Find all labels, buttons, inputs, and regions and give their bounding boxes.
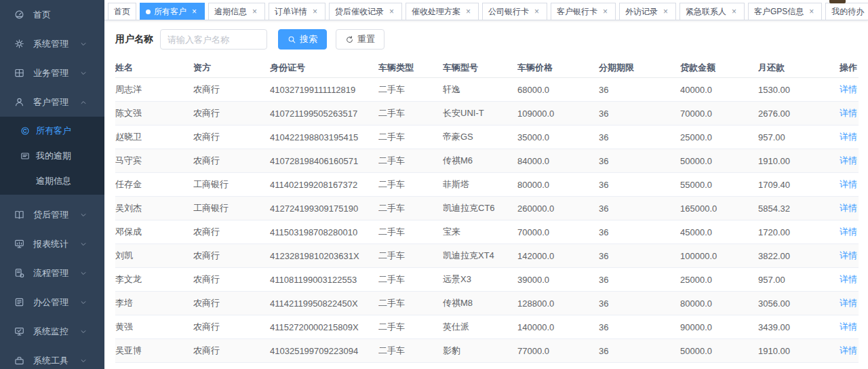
detail-link[interactable]: 详情 [840,132,857,142]
cell-installment-term: 36 [599,180,680,190]
cell-funder: 工商银行 [193,202,270,214]
customer-name-input[interactable] [160,29,267,50]
cell-vehicle-model: 凯迪拉克CT6 [443,202,517,214]
cell-name: 马守宾 [115,155,193,167]
sidebar-item-my-overdue[interactable]: 我的逾期 [0,143,104,168]
tab-overdue-info[interactable]: 逾期信息 × [208,3,265,20]
sidebar-item-label: 报表统计 [33,238,68,250]
detail-link[interactable]: 详情 [840,227,857,237]
book-icon [14,210,24,220]
tab-label: 贷后催收记录 [335,6,384,18]
cell-monthly-payment: 3822.00 [758,251,840,261]
sidebar-item-system-tools[interactable]: 系统工具 [0,346,104,369]
detail-link[interactable]: 详情 [840,155,857,166]
tab-my-todo[interactable]: 我的待办 × [825,3,868,20]
cell-id-number: 410721199505263517 [270,109,378,119]
close-icon[interactable]: × [190,7,199,16]
detail-link[interactable]: 详情 [840,345,857,355]
search-button[interactable]: 搜索 [278,29,327,50]
cell-vehicle-type: 二手车 [378,83,443,96]
table-row: 邓保成 农商行 411503198708280010 二手车 宝来 70000.… [115,220,859,244]
chevron-down-icon [79,211,87,219]
close-icon[interactable]: × [387,7,396,16]
tab-customer-bank-card[interactable]: 客户银行卡 × [551,3,616,20]
close-icon[interactable]: × [730,7,738,16]
cell-name: 邓保成 [115,226,193,238]
tab-customer-gps-info[interactable]: 客户GPS信息 × [748,3,822,20]
tab-label: 客户银行卡 [557,6,597,18]
sidebar-item-business-management[interactable]: 业务管理 [0,58,104,88]
close-icon[interactable]: × [601,7,610,16]
sidebar-item-label: 流程管理 [33,267,68,279]
cell-installment-term: 36 [599,251,680,261]
detail-link[interactable]: 详情 [840,203,857,213]
col-header-installment-term: 分期期限 [599,62,680,74]
cell-funder: 农商行 [193,297,270,309]
sidebar-item-process-management[interactable]: 流程管理 [0,258,104,288]
cell-id-number: 411081199003122553 [270,275,378,285]
customers-table: 姓名 资方 身份证号 车辆类型 车辆型号 车辆价格 分期期限 贷款金额 月还款 … [115,58,859,369]
chevron-up-icon [79,98,87,106]
cell-funder: 农商行 [193,155,270,167]
sidebar-item-overdue-info[interactable]: 逾期信息 [0,168,104,193]
cell-vehicle-type: 二手车 [378,250,443,262]
gear-icon [14,39,24,49]
tab-label: 客户GPS信息 [754,6,804,18]
table-row: 任存金 工商银行 411402199208167372 二手车 菲斯塔 8000… [115,173,859,197]
cell-vehicle-type: 二手车 [378,321,443,333]
detail-link[interactable]: 详情 [840,298,857,308]
sidebar-item-system-monitor[interactable]: 系统监控 [0,317,104,346]
refresh-icon [345,35,354,44]
col-header-vehicle-price: 车辆价格 [517,62,599,74]
cell-vehicle-price: 68000.0 [517,85,599,95]
detail-link[interactable]: 详情 [840,179,857,189]
tab-collection-plan[interactable]: 催收处理方案 × [406,3,479,20]
detail-link[interactable]: 详情 [840,250,857,260]
tab-home[interactable]: 首页 [108,3,136,20]
tab-post-loan-collection-records[interactable]: 贷后催收记录 × [329,3,402,20]
sidebar-item-office-management[interactable]: 办公管理 [0,288,104,317]
cell-vehicle-model: 英仕派 [443,321,517,333]
cell-vehicle-model: 远景X3 [443,273,517,286]
col-header-action: 操作 [840,62,859,74]
close-icon[interactable]: × [311,7,319,16]
cell-monthly-payment: 1910.00 [758,156,840,166]
cell-vehicle-type: 二手车 [378,107,443,119]
tab-visit-records[interactable]: 外访记录 × [619,3,676,20]
cell-id-number: 410728198406160571 [270,156,378,166]
chevron-down-icon [79,269,87,277]
cell-loan-amount: 45000.0 [680,227,758,237]
tab-company-bank-card[interactable]: 公司银行卡 × [482,3,547,20]
cell-loan-amount: 40000.0 [680,85,758,95]
sidebar-item-post-loan-management[interactable]: 贷后管理 [0,200,104,229]
sidebar-item-customer-management[interactable]: 客户管理 [0,88,104,117]
chevron-down-icon [79,240,87,248]
close-icon[interactable]: × [661,7,670,16]
cell-funder: 工商银行 [193,178,270,191]
detail-link[interactable]: 详情 [840,108,857,118]
close-icon[interactable]: × [532,7,541,16]
table-row: 吴刘杰 工商银行 412724199309175190 二手车 凯迪拉克CT6 … [115,197,859,220]
reset-button[interactable]: 重置 [336,29,384,50]
detail-link[interactable]: 详情 [840,84,857,94]
cell-id-number: 41152720000215809X [270,322,378,332]
detail-link[interactable]: 详情 [840,274,857,284]
cell-monthly-payment: 1720.00 [758,227,840,237]
tab-emergency-contacts[interactable]: 紧急联系人 × [679,3,745,20]
cell-funder: 农商行 [193,107,270,119]
chevron-down-icon [79,298,87,307]
sidebar-item-all-customers[interactable]: 所有客户 [0,118,104,143]
sidebar-item-report-statistics[interactable]: 报表统计 [0,229,104,258]
cell-name: 陈文强 [115,107,193,119]
sidebar-item-home[interactable]: 首页 [0,0,104,29]
col-header-name: 姓名 [115,62,193,74]
close-icon[interactable]: × [807,7,816,16]
sidebar-item-system-management[interactable]: 系统管理 [0,29,104,58]
cell-loan-amount: 25000.0 [680,275,758,285]
tab-order-details[interactable]: 订单详情 × [269,3,326,20]
sidebar-item-label: 所有客户 [36,125,71,137]
tab-all-customers[interactable]: 所有客户 × [140,3,205,20]
close-icon[interactable]: × [250,7,259,16]
detail-link[interactable]: 详情 [840,322,857,332]
close-icon[interactable]: × [464,7,473,16]
